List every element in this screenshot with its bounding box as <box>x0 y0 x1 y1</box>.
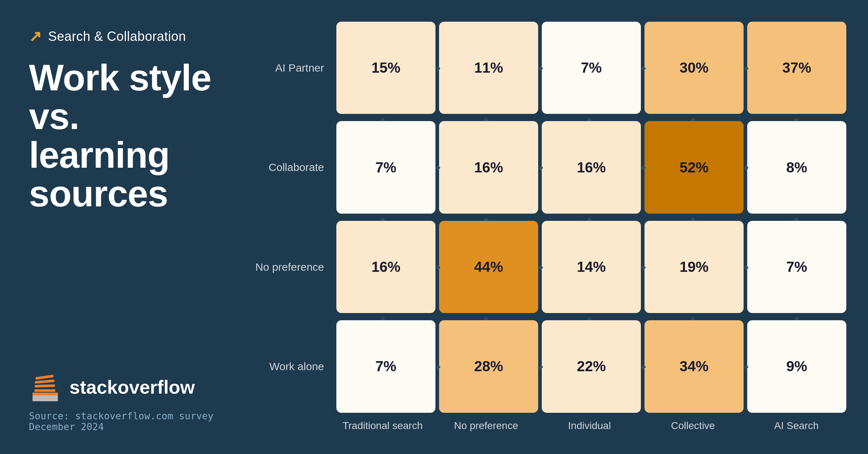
cell-r3-c4: 9% <box>747 320 846 412</box>
col-label-3: Collective <box>643 419 743 432</box>
cell-value: 34% <box>680 358 709 374</box>
col-label-0: Traditional search <box>333 419 433 432</box>
cell-value: 15% <box>371 60 400 76</box>
svg-rect-7 <box>34 389 55 392</box>
cell-r2-c0: 16% <box>336 221 435 313</box>
top-section: ↗ Search & Collaboration Work style vs. … <box>29 29 217 213</box>
svg-rect-3 <box>55 395 58 401</box>
svg-rect-2 <box>33 395 35 401</box>
cell-value: 30% <box>680 60 709 76</box>
trend-icon: ↗ <box>29 29 42 44</box>
cell-r1-c0: 7% <box>336 121 435 213</box>
col-labels: Traditional searchNo preferenceIndividua… <box>253 419 846 432</box>
row-label: No preference <box>253 221 333 313</box>
cell-value: 7% <box>375 358 396 374</box>
grid-wrapper: AI Partner15%11%7%30%37%Collaborate7%16%… <box>253 22 846 432</box>
grid-row: Work alone7%28%22%34%9% <box>253 320 846 412</box>
svg-rect-1 <box>33 395 58 401</box>
cell-r1-c3: 52% <box>644 121 744 213</box>
cell-value: 7% <box>581 60 602 76</box>
cell-r2-c3: 19% <box>644 221 744 313</box>
cell-value: 19% <box>680 259 709 275</box>
logo-text: stackoverflow <box>69 376 195 398</box>
cell-value: 8% <box>786 159 807 176</box>
cell-r2-c2: 14% <box>542 221 641 313</box>
cell-r0-c1: 11% <box>439 22 538 114</box>
left-panel: ↗ Search & Collaboration Work style vs. … <box>0 0 239 454</box>
svg-rect-5 <box>35 380 54 384</box>
cell-r0-c2: 7% <box>542 22 641 114</box>
row-label: Collaborate <box>253 121 333 213</box>
cell-value: 37% <box>782 60 811 76</box>
row-label: Work alone <box>253 320 333 412</box>
cell-value: 16% <box>474 159 503 176</box>
cell-r2-c1: 44% <box>439 221 538 313</box>
stackoverflow-icon <box>29 371 61 403</box>
cell-r1-c2: 16% <box>542 121 641 213</box>
cell-value: 16% <box>371 259 400 275</box>
cell-value: 9% <box>786 358 807 374</box>
cell-r2-c4: 7% <box>747 221 846 313</box>
main-title: Work style vs. learning sources <box>29 59 217 213</box>
cell-r1-c1: 16% <box>439 121 538 213</box>
grid-row: Collaborate7%16%16%52%8% <box>253 121 846 213</box>
cell-value: 14% <box>577 259 606 275</box>
cell-value: 22% <box>577 358 606 374</box>
cell-r3-c2: 22% <box>542 320 641 412</box>
col-label-1: No preference <box>436 419 536 432</box>
grid-row: AI Partner15%11%7%30%37% <box>253 22 846 114</box>
row-label: AI Partner <box>253 22 333 114</box>
logo-area: stackoverflow <box>29 371 217 403</box>
col-label-2: Individual <box>540 419 639 432</box>
cell-value: 7% <box>786 259 807 275</box>
category-text: Search & Collaboration <box>48 29 186 44</box>
grid-rows: AI Partner15%11%7%30%37%Collaborate7%16%… <box>253 22 846 413</box>
svg-rect-6 <box>35 384 55 387</box>
cell-value: 52% <box>680 159 709 176</box>
right-panel: AI Partner15%11%7%30%37%Collaborate7%16%… <box>239 0 868 454</box>
cell-r0-c3: 30% <box>644 22 744 114</box>
chart-area: AI Partner15%11%7%30%37%Collaborate7%16%… <box>253 22 846 432</box>
cells-row-1: 7%16%16%52%8% <box>336 121 846 213</box>
cell-r3-c3: 34% <box>644 320 744 412</box>
cells-row-0: 15%11%7%30%37% <box>336 22 846 114</box>
cell-r0-c4: 37% <box>747 22 846 114</box>
grid-row: No preference16%44%14%19%7% <box>253 221 846 313</box>
cell-value: 16% <box>577 159 606 176</box>
col-label-4: AI Search <box>746 419 846 432</box>
cell-value: 44% <box>474 259 503 275</box>
source-text: Source: stackoverflow.com survey Decembe… <box>29 411 217 432</box>
category-label: ↗ Search & Collaboration <box>29 29 217 44</box>
svg-rect-0 <box>33 393 58 395</box>
cell-r0-c0: 15% <box>336 22 435 114</box>
cell-r3-c0: 7% <box>336 320 435 412</box>
svg-rect-4 <box>35 375 54 380</box>
cell-r1-c4: 8% <box>747 121 846 213</box>
cell-value: 11% <box>474 60 503 76</box>
cell-value: 7% <box>375 159 396 176</box>
cell-value: 28% <box>474 358 503 374</box>
cells-row-3: 7%28%22%34%9% <box>336 320 846 412</box>
bottom-section: stackoverflow Source: stackoverflow.com … <box>29 371 217 432</box>
cell-r3-c1: 28% <box>439 320 538 412</box>
cells-row-2: 16%44%14%19%7% <box>336 221 846 313</box>
